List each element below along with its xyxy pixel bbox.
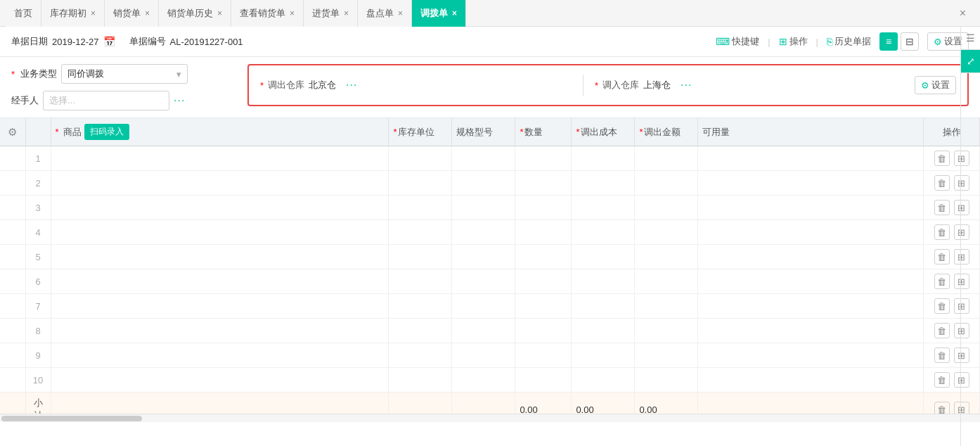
row-goods[interactable] [51,245,389,269]
row-cost[interactable] [572,294,635,319]
tab-inventory-init-close[interactable]: × [91,8,96,18]
row-amount[interactable] [635,146,698,171]
row-goods[interactable] [51,319,389,343]
handler-more-button[interactable]: ··· [174,94,185,107]
in-warehouse-more-button[interactable]: ··· [681,79,692,91]
row-goods[interactable] [51,368,389,393]
row-unit[interactable] [389,171,452,196]
row-amount[interactable] [635,196,698,220]
row-cost[interactable] [572,220,635,245]
row-cost[interactable] [572,269,635,294]
row-spec[interactable] [452,368,515,393]
scan-button[interactable]: 扫码录入 [84,124,129,140]
biz-type-select[interactable]: 同价调拨 ▾ [61,64,188,84]
tab-sales-history[interactable]: 销货单历史 × [159,0,231,27]
row-amount[interactable] [635,269,698,294]
row-spec[interactable] [452,319,515,343]
row-amount[interactable] [635,220,698,245]
row-cost[interactable] [572,245,635,269]
row-goods[interactable] [51,220,389,245]
right-panel-list-button[interactable]: ☰ [961,27,981,50]
row-delete-icon[interactable]: 🗑 [934,274,950,289]
row-amount[interactable] [635,319,698,343]
row-goods[interactable] [51,269,389,294]
row-cost[interactable] [572,319,635,343]
row-spec[interactable] [452,146,515,171]
row-spec[interactable] [452,220,515,245]
row-delete-icon[interactable]: 🗑 [934,151,950,166]
row-delete-icon[interactable]: 🗑 [934,298,950,314]
row-spec[interactable] [452,171,515,196]
row-qty[interactable] [515,294,572,319]
operations-button[interactable]: ⊞ 操作 [779,35,808,48]
layout-list-button[interactable]: ≡ [879,32,898,51]
row-amount[interactable] [635,294,698,319]
tab-transfer-order-close[interactable]: × [452,8,457,18]
row-amount[interactable] [635,245,698,269]
row-delete-icon[interactable]: 🗑 [934,224,950,240]
warehouse-settings-button[interactable]: ⚙ 设置 [915,76,956,94]
row-qty[interactable] [515,146,572,171]
table-gear-icon[interactable]: ⚙ [8,126,17,138]
subtotal-delete-icon[interactable]: 🗑 [934,402,950,414]
row-delete-icon[interactable]: 🗑 [934,372,950,388]
row-spec[interactable] [452,294,515,319]
row-qty[interactable] [515,245,572,269]
row-qty[interactable] [515,368,572,393]
tab-purchase-order-close[interactable]: × [344,8,349,18]
row-amount[interactable] [635,343,698,368]
tab-view-sales[interactable]: 查看销货单 × [231,0,304,27]
row-unit[interactable] [389,269,452,294]
tab-stock-count-close[interactable]: × [398,8,403,18]
tab-sales-order-close[interactable]: × [145,8,150,18]
row-goods[interactable] [51,294,389,319]
row-goods[interactable] [51,146,389,171]
tab-sales-history-close[interactable]: × [217,8,222,18]
row-unit[interactable] [389,319,452,343]
window-close-button[interactable]: × [951,7,974,20]
row-amount[interactable] [635,368,698,393]
right-panel-expand-button[interactable]: ⤢ [961,50,981,73]
row-cost[interactable] [572,171,635,196]
tab-home[interactable]: 首页 [6,0,41,27]
scroll-thumb[interactable] [1,416,142,421]
handler-select[interactable]: 选择... [43,91,169,110]
tab-sales-order[interactable]: 销货单 × [105,0,159,27]
row-delete-icon[interactable]: 🗑 [934,249,950,265]
row-unit[interactable] [389,294,452,319]
row-qty[interactable] [515,343,572,368]
tab-stock-count[interactable]: 盘点单 × [358,0,412,27]
row-qty[interactable] [515,269,572,294]
horizontal-scrollbar[interactable] [0,414,980,422]
row-cost[interactable] [572,196,635,220]
row-qty[interactable] [515,319,572,343]
out-warehouse-more-button[interactable]: ··· [346,79,357,91]
row-spec[interactable] [452,196,515,220]
tab-inventory-init[interactable]: 库存期初 × [41,0,105,27]
row-spec[interactable] [452,245,515,269]
shortcut-button[interactable]: ⌨ 快捷键 [716,35,759,48]
row-delete-icon[interactable]: 🗑 [934,348,950,363]
row-goods[interactable] [51,171,389,196]
row-spec[interactable] [452,269,515,294]
row-spec[interactable] [452,343,515,368]
row-unit[interactable] [389,343,452,368]
row-amount[interactable] [635,171,698,196]
row-qty[interactable] [515,196,572,220]
row-cost[interactable] [572,146,635,171]
row-unit[interactable] [389,146,452,171]
tab-transfer-order[interactable]: 调拨单 × [412,0,466,27]
layout-grid-button[interactable]: ⊟ [901,32,919,51]
row-delete-icon[interactable]: 🗑 [934,323,950,338]
row-delete-icon[interactable]: 🗑 [934,175,950,191]
row-cost[interactable] [572,343,635,368]
tab-view-sales-close[interactable]: × [290,8,295,18]
row-qty[interactable] [515,171,572,196]
history-button[interactable]: ⎘ 历史单据 [827,35,871,48]
row-unit[interactable] [389,368,452,393]
row-goods[interactable] [51,196,389,220]
row-qty[interactable] [515,220,572,245]
row-unit[interactable] [389,245,452,269]
row-goods[interactable] [51,343,389,368]
row-cost[interactable] [572,368,635,393]
